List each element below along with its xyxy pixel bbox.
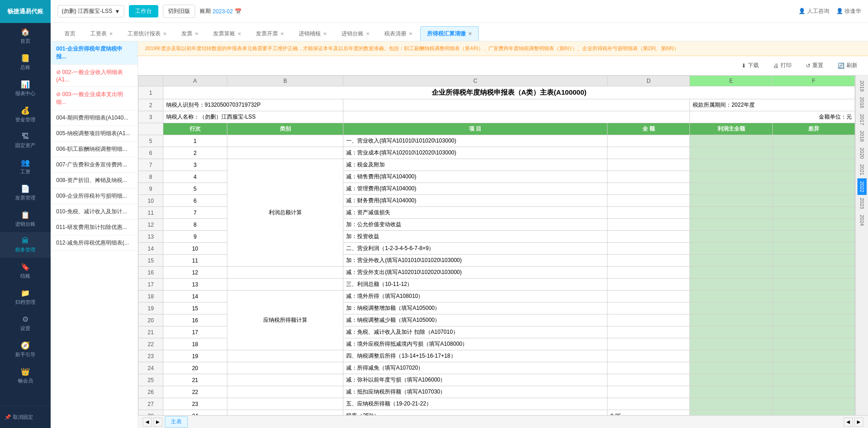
left-panel-item-010[interactable]: 010-免税、减计收入及加计...	[51, 204, 138, 220]
diff[interactable]	[772, 314, 855, 326]
left-panel-item-003[interactable]: ⊘003-一般企业成本支出明细...	[51, 87, 138, 110]
profit-amount[interactable]	[690, 207, 772, 219]
tab-发票开票[interactable]: 发票开票✕	[249, 26, 291, 41]
left-panel-item-002[interactable]: ⊘002-一般企业收入明细表(A1...	[51, 65, 138, 87]
profit-amount[interactable]	[690, 135, 772, 147]
profit-amount[interactable]	[690, 147, 772, 159]
year-item-2024[interactable]: 2024	[857, 212, 867, 228]
diff[interactable]	[772, 147, 855, 159]
year-item-2022[interactable]: 2022	[857, 178, 867, 195]
year-item-2020[interactable]: 2020	[857, 145, 867, 161]
scroll-left-btn[interactable]: ◀	[844, 417, 853, 427]
sidebar-item-设置[interactable]: ⚙设置	[0, 310, 51, 337]
diff[interactable]	[772, 326, 855, 338]
sidebar-item-工资[interactable]: 👥工资	[0, 154, 51, 180]
amount[interactable]	[608, 398, 690, 410]
diff[interactable]	[772, 159, 855, 171]
amount[interactable]	[608, 219, 690, 231]
year-item-2021[interactable]: 2021	[857, 161, 867, 178]
diff[interactable]	[772, 291, 855, 302]
amount[interactable]	[608, 135, 690, 147]
year-item-2019[interactable]: 2019	[857, 78, 867, 94]
left-panel-item-006[interactable]: 006-职工薪酬纳税调整明细...	[51, 142, 138, 157]
sidebar-item-归档管理[interactable]: 📁归档管理	[0, 284, 51, 310]
tab-close-icon[interactable]: ✕	[163, 31, 167, 36]
toolbar-btn-下载[interactable]: ⬇下载	[738, 60, 763, 71]
amount[interactable]	[608, 171, 690, 183]
diff[interactable]	[772, 231, 855, 243]
profit-amount[interactable]	[690, 171, 772, 183]
amount[interactable]	[608, 350, 690, 362]
profit-amount[interactable]	[690, 219, 772, 231]
amount[interactable]	[608, 183, 690, 195]
tab-所得税汇算清缴[interactable]: 所得税汇算清缴✕	[420, 26, 479, 41]
tab-发票算账[interactable]: 发票算账✕	[206, 26, 248, 41]
sidebar-item-固定资产[interactable]: 🏗固定资产	[0, 128, 51, 154]
profit-amount[interactable]	[690, 231, 772, 243]
tab-close-icon[interactable]: ✕	[468, 31, 472, 36]
tab-close-icon[interactable]: ✕	[409, 31, 412, 36]
year-item-2018[interactable]: 2018	[857, 128, 867, 144]
amount[interactable]	[608, 362, 690, 374]
tab-首页[interactable]: 首页	[58, 26, 82, 41]
tab-工资表[interactable]: 工资表✕	[83, 26, 120, 41]
tab-close-icon[interactable]: ✕	[195, 31, 198, 36]
diff[interactable]	[772, 386, 855, 398]
amount[interactable]	[608, 255, 690, 267]
profit-amount[interactable]	[690, 374, 772, 386]
diff[interactable]	[772, 350, 855, 362]
toolbar-btn-打印[interactable]: 🖨打印	[770, 60, 795, 71]
sidebar-item-发票管理[interactable]: 📄发票管理	[0, 180, 51, 206]
diff[interactable]	[772, 255, 855, 267]
amount[interactable]	[608, 374, 690, 386]
amount[interactable]	[608, 314, 690, 326]
diff[interactable]	[772, 183, 855, 195]
profit-amount[interactable]	[690, 159, 772, 171]
amount[interactable]	[608, 386, 690, 398]
diff[interactable]	[772, 267, 855, 279]
tab-close-icon[interactable]: ✕	[323, 31, 327, 36]
amount[interactable]	[608, 231, 690, 243]
sheet-tab-main[interactable]: 主表	[165, 416, 188, 428]
sidebar-item-资金管理[interactable]: 💰资金管理	[0, 102, 51, 128]
diff[interactable]	[772, 171, 855, 183]
left-panel-item-009[interactable]: 009-企业所得税补亏损明细...	[51, 188, 138, 204]
amount[interactable]	[608, 326, 690, 338]
amount[interactable]: 0.25	[608, 410, 690, 416]
amount[interactable]	[608, 291, 690, 302]
diff[interactable]	[772, 338, 855, 350]
user-service[interactable]: 👤 人工咨询	[799, 7, 829, 15]
amount[interactable]	[608, 338, 690, 350]
toolbar-btn-重置[interactable]: ↺重置	[802, 60, 827, 71]
diff[interactable]	[772, 410, 855, 416]
diff[interactable]	[772, 243, 855, 255]
tab-进销稽核[interactable]: 进销稽核✕	[292, 26, 334, 41]
diff[interactable]	[772, 302, 855, 314]
amount[interactable]	[608, 147, 690, 159]
year-item-2023[interactable]: 2023	[857, 195, 867, 211]
sheet-prev-btn[interactable]: ◀	[143, 417, 152, 427]
left-panel-item-011[interactable]: 011-研发费用加计扣除优惠...	[51, 220, 138, 235]
tab-close-icon[interactable]: ✕	[237, 31, 241, 36]
profit-amount[interactable]	[690, 326, 772, 338]
sheet-next-btn[interactable]: ▶	[153, 417, 162, 427]
tab-close-icon[interactable]: ✕	[280, 31, 284, 36]
tab-税表清册[interactable]: 税表清册✕	[377, 26, 419, 41]
amount[interactable]	[608, 195, 690, 207]
diff[interactable]	[772, 279, 855, 291]
profit-amount[interactable]	[690, 279, 772, 291]
profit-amount[interactable]	[690, 243, 772, 255]
tab-发票[interactable]: 发票✕	[174, 26, 205, 41]
profit-amount[interactable]	[690, 291, 772, 302]
amount[interactable]	[608, 302, 690, 314]
sidebar-item-畅会员[interactable]: 👑畅会员	[0, 363, 51, 389]
diff[interactable]	[772, 362, 855, 374]
tab-close-icon[interactable]: ✕	[109, 31, 113, 36]
company-selector[interactable]: (勿删) 江西服宝-LSS ▼	[58, 5, 124, 17]
amount[interactable]	[608, 159, 690, 171]
profit-amount[interactable]	[690, 302, 772, 314]
profit-amount[interactable]	[690, 338, 772, 350]
left-panel-item-007[interactable]: 007-广告费和业务宣传费跨...	[51, 157, 138, 173]
sidebar-item-总账[interactable]: 📒总账	[0, 49, 51, 75]
profit-amount[interactable]	[690, 267, 772, 279]
